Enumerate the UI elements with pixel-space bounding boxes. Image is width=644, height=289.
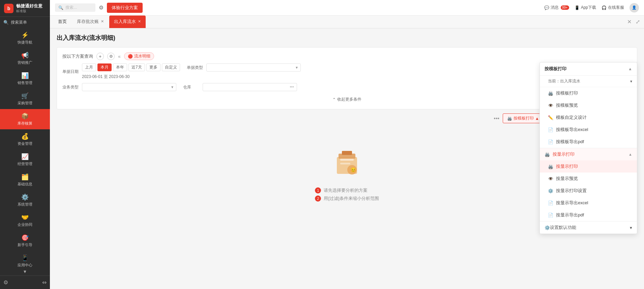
template-export-pdf-item[interactable]: 📄 按模板导出pdf [540,136,637,148]
sidebar-item-marketing[interactable]: 📢 营销推广 [0,48,50,69]
display-preview-label: 按显示预览 [556,176,578,182]
date-btn-current-month[interactable]: 本月 [97,63,112,71]
message-badge: 99+ [561,5,569,10]
main-area: 🔍 搜索... ⚙ 体验行业方案 💬 消息 99+ 📱 App下载 🎧 在线客服… [50,0,644,289]
avatar-text: 👤 [632,5,637,10]
filter-warehouse-field: 仓库 ••• [183,83,297,91]
topbar-app-download[interactable]: 📱 App下载 [575,5,596,10]
display-print-item[interactable]: 🖨️ 按显示打印 [540,160,637,173]
topbar: 🔍 搜索... ⚙ 体验行业方案 💬 消息 99+ 📱 App下载 🎧 在线客服… [50,0,644,16]
tab-home[interactable]: 首页 [53,16,71,28]
print-button[interactable]: 🖨️ 按模板打印 ▲ [503,113,544,123]
filter-settings-button[interactable]: ⚙ [107,53,115,60]
sidebar-item-quick-nav[interactable]: ⚡ 快捷导航 [0,28,50,48]
sidebar-item-purchase[interactable]: 🛒 采购管理 [0,89,50,109]
business-type-select[interactable]: ▾ [82,83,176,91]
date-btn-current-year[interactable]: 本年 [113,63,127,71]
display-preview-item[interactable]: 👁️ 按显示预览 [540,173,637,185]
industry-solution-button[interactable]: 体验行业方案 [107,3,143,13]
sidebar-item-guide[interactable]: 🎯 新手引导 [0,231,50,251]
template-custom-label: 模板自定义设计 [556,114,587,121]
display-section-label: 按显示打印 [553,151,575,157]
date-btn-custom[interactable]: 自定义 [162,63,180,71]
print-dropdown-panel: 按模板打印 ▲ 当前：出入库流水 ▾ 🖨️ 按模板打印 👁️ 按模板预览 ✏️ [539,62,637,234]
sidebar-item-finance[interactable]: 💰 资金管理 [0,129,50,150]
sidebar-item-operation[interactable]: 📈 经营管理 [0,150,50,170]
sidebar-item-collab[interactable]: 🤝 企业协同 [0,210,50,231]
tab-flow-close-icon[interactable]: ✕ [138,19,141,24]
sidebar-item-app-center[interactable]: 📱 应用中心 [0,251,50,268]
settings-bottom-icon[interactable]: ⚙ [3,279,8,286]
date-btn-more[interactable]: 更多 [146,63,160,71]
marketing-icon: 📢 [21,52,29,59]
app-logo-icon: b [4,4,13,13]
sidebar-item-label: 营销推广 [18,60,32,65]
window-close-icon[interactable]: ✕ [626,18,632,26]
filter-date-field: 单据日期 上月 本月 本年 近7天 更多 自定义 2023-06-01 至 20… [62,63,180,80]
set-default-label: 设置默认功能 [550,225,576,231]
warehouse-select[interactable]: ••• [203,83,297,91]
sidebar-item-system[interactable]: ⚙️ 系统管理 [0,190,50,210]
topbar-gear-icon[interactable]: ⚙ [99,4,104,11]
current-chevron-icon: ▾ [630,79,632,84]
display-section-header[interactable]: 🖨️ 按显示打印 ▲ [540,148,637,160]
filter-business-type-field: 业务类型 ▾ [62,83,176,91]
display-export-excel-item[interactable]: 📄 按显示导出excel [540,197,637,209]
toolbar-more-icon[interactable]: ••• [494,115,499,122]
window-maximize-icon[interactable]: ⤢ [635,18,641,26]
doc-type-select[interactable]: ▾ [206,63,301,72]
template-print-icon: 🖨️ [548,91,553,96]
svg-rect-2 [342,151,352,155]
set-default-button[interactable]: ⚙️ 设置默认功能 ▾ [540,221,637,234]
filter-tag-label: 流水明细 [134,53,150,59]
quick-nav-icon: ⚡ [21,31,29,39]
sidebar-item-basic[interactable]: 🗂️ 基础信息 [0,170,50,190]
sidebar-item-label: 资金管理 [18,141,32,146]
empty-step-2: 2 用[过滤]条件来缩小分析范围 [315,195,379,202]
date-btn-last-month[interactable]: 上月 [82,63,96,71]
template-custom-item[interactable]: ✏️ 模板自定义设计 [540,111,637,124]
tab-batch-account-close-icon[interactable]: ✕ [101,19,104,24]
display-excel-label: 按显示导出excel [556,200,588,206]
collapse-icon[interactable]: ⇔ [42,279,47,286]
filter-add-button[interactable]: + [96,53,104,60]
topbar-search[interactable]: 🔍 搜索... [55,3,95,12]
template-custom-icon: ✏️ [548,115,553,120]
sidebar-item-sales[interactable]: 📊 销售管理 [0,69,50,89]
message-icon: 💬 [544,5,549,10]
warehouse-label: 仓库 [183,84,200,90]
topbar-online-service[interactable]: 🎧 在线客服 [602,5,624,10]
collapse-icon: ⌃ [332,97,336,102]
operation-icon: 📈 [21,153,29,160]
template-print-item[interactable]: 🖨️ 按模板打印 [540,87,637,99]
system-icon: ⚙️ [21,193,29,201]
date-btn-last-7days[interactable]: 近7天 [128,63,145,71]
display-export-pdf-item[interactable]: 📄 按显示导出pdf [540,209,637,221]
set-default-icon: ⚙️ [545,225,550,230]
filter-tag[interactable]: 🔴 流水明细 [124,52,154,60]
service-label: 在线客服 [608,5,624,10]
display-print-settings-item[interactable]: ⚙️ 按显示打印设置 [540,185,637,197]
set-default-chevron-icon: ▾ [630,225,632,230]
sidebar-item-inventory[interactable]: 📦 库存核算 [0,109,50,129]
topbar-message[interactable]: 💬 消息 99+ [544,5,569,10]
template-pdf-icon: 📄 [548,139,553,144]
template-export-excel-item[interactable]: 📄 按模板导出excel [540,124,637,136]
svg-rect-3 [340,159,354,161]
empty-illustration: 😊 [330,147,364,181]
page-content: 出入库流水(流水明细) 按以下方案查询 + ⚙ « 🔴 流水明细 单据日期 [50,28,644,289]
basic-icon: 🗂️ [21,173,29,181]
user-avatar[interactable]: 👤 [630,3,639,12]
sidebar-search[interactable]: 🔍 搜索菜单 [0,17,50,28]
tab-batch-account[interactable]: 库存批次账 ✕ [72,16,109,28]
filter-collapse-icon[interactable]: « [118,54,121,59]
sidebar-item-label: 销售管理 [18,80,32,85]
display-settings-icon: ⚙️ [548,188,553,193]
dropdown-title: 按模板打印 [545,66,566,72]
tab-flow[interactable]: 出入库流水 ✕ [109,16,146,28]
sales-icon: 📊 [21,72,29,79]
filter-tag-icon: 🔴 [128,54,133,59]
sidebar-scroll-down[interactable]: ▼ [0,268,50,275]
sidebar-logo: b 畅捷通好生意 标准版 [0,0,50,17]
template-preview-item[interactable]: 👁️ 按模板预览 [540,99,637,111]
